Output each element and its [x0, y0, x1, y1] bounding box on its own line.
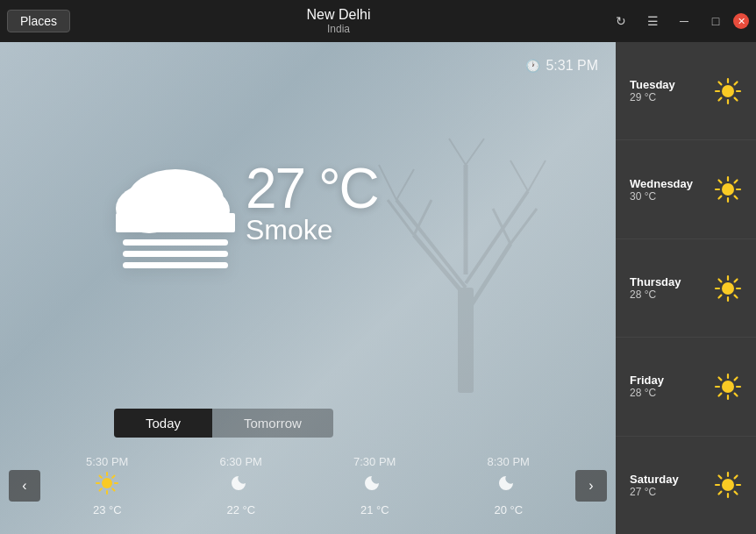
titlebar-actions: ↻ ☰ ─ □ ✕	[607, 9, 749, 33]
hourly-time-3: 8:30 PM	[488, 455, 530, 468]
day-tabs: Today Tomorrow	[114, 409, 333, 438]
sidebar-day-info-tuesday: Tuesday 29 °C	[630, 78, 705, 103]
svg-line-39	[735, 82, 738, 84]
sidebar-day-temp-tuesday: 29 °C	[630, 91, 705, 103]
time-display: 🕐 5:31 PM	[525, 58, 598, 74]
sidebar-day-tuesday: Tuesday 29 °C	[616, 42, 756, 140]
svg-line-57	[735, 279, 738, 281]
sidebar-day-saturday: Saturday 27 °C	[616, 437, 756, 534]
svg-line-49	[719, 196, 722, 199]
temperature-display: 27 °C	[246, 156, 378, 221]
sidebar-day-name-wednesday: Wednesday	[630, 177, 705, 190]
minimize-button[interactable]: ─	[670, 9, 698, 33]
sidebar-day-wednesday: Wednesday 30 °C	[616, 140, 756, 239]
next-hour-button[interactable]: ›	[575, 470, 607, 502]
weather-info: 27 °C Smoke	[246, 156, 378, 246]
close-button[interactable]: ✕	[733, 13, 749, 29]
svg-line-66	[735, 377, 738, 380]
places-button[interactable]: Places	[7, 10, 70, 32]
titlebar: Places New Delhi India ↻ ☰ ─ □ ✕	[0, 0, 756, 42]
hourly-time-1: 6:30 PM	[220, 455, 262, 468]
svg-line-48	[735, 181, 738, 183]
sidebar-day-temp-saturday: 27 °C	[630, 486, 705, 498]
svg-line-56	[735, 295, 738, 297]
tree-silhouette	[370, 112, 563, 396]
current-time: 5:31 PM	[546, 58, 598, 74]
svg-line-14	[449, 139, 466, 165]
sidebar-day-name-tuesday: Tuesday	[630, 78, 705, 91]
svg-point-59	[722, 381, 734, 393]
refresh-button[interactable]: ↻	[607, 9, 635, 33]
main-content: 🕐 5:31 PM 27 °C Smoke Today	[0, 42, 756, 534]
svg-rect-22	[123, 262, 228, 268]
svg-line-64	[719, 377, 722, 380]
tomorrow-tab[interactable]: Tomorrow	[212, 409, 333, 438]
hourly-item-3: 8:30 PM 20 °C	[478, 455, 539, 516]
title-center: New Delhi India	[70, 7, 607, 35]
maximize-button[interactable]: □	[702, 9, 730, 33]
svg-line-12	[528, 160, 546, 191]
svg-point-23	[102, 478, 112, 488]
svg-point-50	[722, 282, 734, 295]
svg-line-4	[466, 191, 528, 283]
svg-line-10	[379, 165, 396, 200]
hourly-temp-3: 20 °C	[494, 503, 523, 516]
svg-line-38	[735, 97, 738, 100]
hourly-icon-0	[96, 472, 118, 500]
cloud-icon-container	[105, 156, 246, 274]
city-name: New Delhi	[70, 7, 607, 23]
sun-icon-thursday	[714, 274, 742, 303]
svg-line-40	[719, 97, 722, 100]
svg-line-29	[112, 488, 114, 490]
hourly-section: ‹ 5:30 PM	[0, 455, 616, 516]
svg-line-3	[396, 200, 466, 288]
hourly-item-1: 6:30 PM 22 °C	[210, 455, 272, 516]
hourly-time-2: 7:30 PM	[353, 455, 396, 468]
svg-line-76	[719, 492, 722, 495]
sidebar-day-info-thursday: Thursday 28 °C	[630, 275, 705, 301]
svg-line-74	[735, 492, 738, 495]
sidebar-day-temp-wednesday: 30 °C	[630, 190, 705, 203]
sidebar-day-temp-friday: 28 °C	[630, 387, 705, 399]
hourly-time-0: 5:30 PM	[86, 455, 128, 468]
today-tab[interactable]: Today	[114, 409, 212, 438]
sidebar-day-name-thursday: Thursday	[630, 275, 705, 288]
svg-rect-20	[123, 239, 228, 246]
sidebar-day-name-friday: Friday	[630, 374, 705, 387]
svg-line-73	[719, 476, 722, 479]
svg-line-15	[466, 139, 484, 165]
prev-hour-button[interactable]: ‹	[9, 470, 40, 502]
hourly-icon-2	[363, 472, 386, 500]
hourly-temp-1: 22 °C	[226, 503, 255, 516]
svg-rect-21	[123, 251, 228, 257]
svg-line-7	[414, 200, 431, 235]
svg-point-41	[722, 183, 734, 196]
svg-line-55	[719, 279, 722, 281]
sun-icon-tuesday	[714, 77, 742, 105]
svg-line-65	[735, 394, 738, 396]
sidebar-day-thursday: Thursday 28 °C	[616, 239, 756, 338]
svg-line-46	[719, 181, 722, 183]
svg-line-1	[414, 235, 466, 296]
hourly-item-0: 5:30 PM	[76, 455, 138, 516]
menu-button[interactable]: ☰	[638, 9, 667, 33]
sidebar-day-name-saturday: Saturday	[630, 473, 705, 486]
svg-rect-19	[116, 213, 235, 232]
svg-line-28	[100, 476, 102, 478]
clock-icon: 🕐	[525, 59, 540, 73]
country-name: India	[70, 23, 607, 35]
sidebar: Tuesday 29 °C Wednesday	[616, 42, 756, 534]
sun-icon-saturday	[714, 471, 742, 499]
sun-icon-wednesday	[714, 175, 742, 203]
sidebar-day-friday: Friday 28 °C	[616, 338, 756, 436]
hourly-icon-1	[230, 472, 253, 500]
hourly-item-2: 7:30 PM 21 °C	[344, 455, 405, 516]
svg-point-68	[722, 479, 734, 491]
svg-line-2	[466, 244, 510, 314]
svg-point-32	[722, 85, 734, 97]
weather-panel: 🕐 5:31 PM 27 °C Smoke Today	[0, 42, 616, 534]
sidebar-day-info-friday: Friday 28 °C	[630, 374, 705, 399]
sidebar-day-temp-thursday: 28 °C	[630, 288, 705, 301]
hourly-icon-3	[497, 472, 520, 500]
svg-line-11	[396, 169, 414, 200]
